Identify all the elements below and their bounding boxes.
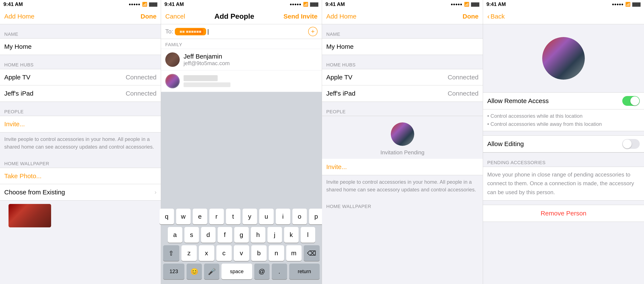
- panel-add-people: 9:41 AM ●●●●● 📶 ▓▓▓ Cancel Add People Se…: [161, 0, 322, 284]
- jeff-name: Jeff Benjamin: [184, 53, 230, 60]
- section-header-hubs-1: HOME HUBS: [0, 59, 161, 69]
- to-field[interactable]: To: ■■ ■■■■■■ | +: [161, 24, 322, 39]
- invite-button-3[interactable]: Invite...: [326, 163, 347, 170]
- remove-person-button[interactable]: Remove Person: [487, 205, 640, 222]
- blurred-avatar: [165, 74, 180, 88]
- key-w[interactable]: w: [176, 209, 190, 224]
- kb-row-4: 123 😊 🎤 space @ . return: [163, 264, 320, 279]
- jeffs-ipad-row-1: Jeff's iPad Connected: [0, 85, 161, 102]
- section-header-wallpaper-3: HOME WALLPAPER: [322, 201, 483, 210]
- nav-bar-3: Add Home Done: [322, 8, 483, 24]
- key-d[interactable]: d: [201, 227, 216, 243]
- done-button-1[interactable]: Done: [140, 13, 156, 20]
- chip-text: ■■ ■■■■■■: [178, 29, 203, 34]
- toggle-thumb-editing: [623, 140, 632, 148]
- key-delete[interactable]: ⌫: [304, 245, 320, 261]
- status-icons-3: ●●●●● 📶 ▓▓▓: [451, 2, 480, 7]
- people-section-1: Invite...: [0, 116, 161, 132]
- key-o[interactable]: o: [292, 209, 307, 224]
- key-n[interactable]: n: [269, 245, 284, 261]
- cancel-button[interactable]: Cancel: [165, 13, 185, 20]
- invite-button-1[interactable]: Invite...: [4, 120, 25, 128]
- allow-editing-row[interactable]: Allow Editing: [483, 136, 644, 152]
- allow-editing-toggle[interactable]: [622, 139, 640, 149]
- kb-row-3: ⇧ z x c v b n m ⌫: [163, 245, 320, 261]
- key-space[interactable]: space: [222, 264, 252, 279]
- my-home-row-3[interactable]: My Home: [322, 38, 483, 55]
- key-at[interactable]: @: [254, 264, 270, 279]
- back-button[interactable]: ‹ Back: [487, 12, 505, 20]
- blurred-info: [184, 75, 230, 87]
- section-header-name-1: NAME: [0, 28, 161, 38]
- key-mic[interactable]: 🎤: [204, 264, 219, 279]
- jeff-avatar: [165, 52, 180, 67]
- key-i[interactable]: i: [276, 209, 290, 224]
- battery-icon-2: ▓▓▓: [310, 2, 318, 6]
- key-c[interactable]: c: [216, 245, 232, 261]
- key-r[interactable]: r: [209, 209, 224, 224]
- contact-blurred[interactable]: [161, 70, 322, 92]
- key-u[interactable]: u: [259, 209, 274, 224]
- remove-person-row[interactable]: Remove Person: [483, 205, 644, 222]
- key-e[interactable]: e: [193, 209, 207, 224]
- key-t[interactable]: t: [226, 209, 240, 224]
- key-shift[interactable]: ⇧: [163, 245, 179, 261]
- keyboard[interactable]: q w e r t y u i o p a s d f g h j k l ⇧ …: [161, 206, 322, 284]
- key-123[interactable]: 123: [163, 264, 184, 279]
- nav-bar-1: Add Home Done: [0, 8, 161, 24]
- back-label: Back: [490, 13, 505, 20]
- key-f[interactable]: f: [218, 227, 232, 243]
- invite-row-1[interactable]: Invite...: [0, 116, 161, 132]
- key-l[interactable]: l: [301, 227, 315, 243]
- panel-person-settings: 9:41 AM ●●●●● 📶 ▓▓▓ ‹ Back Allow Remote …: [483, 0, 644, 284]
- remote-access-row[interactable]: Allow Remote Access: [483, 92, 644, 110]
- choose-existing-label-1: Choose from Existing: [4, 188, 152, 196]
- person-card[interactable]: Invitation Pending: [322, 116, 483, 159]
- key-k[interactable]: k: [284, 227, 298, 243]
- jeffs-ipad-status-1: Connected: [126, 90, 156, 97]
- person-avatar-3[interactable]: [391, 122, 414, 146]
- person-large-avatar[interactable]: [542, 37, 585, 80]
- wallpaper-thumbnail-1[interactable]: [8, 204, 51, 227]
- key-h[interactable]: h: [251, 227, 265, 243]
- signal-icon-1: ●●●●●: [129, 2, 140, 6]
- section-header-wallpaper-1: HOME WALLPAPER: [0, 158, 161, 168]
- key-j[interactable]: j: [268, 227, 282, 243]
- key-g[interactable]: g: [234, 227, 249, 243]
- status-bar-3: 9:41 AM ●●●●● 📶 ▓▓▓: [322, 0, 483, 8]
- key-return[interactable]: return: [289, 264, 320, 279]
- key-period[interactable]: .: [272, 264, 287, 279]
- remote-access-toggle[interactable]: [622, 96, 640, 106]
- key-v[interactable]: v: [234, 245, 249, 261]
- my-home-row-1[interactable]: My Home: [0, 38, 161, 55]
- battery-icon-1: ▓▓▓: [149, 2, 158, 6]
- key-m[interactable]: m: [286, 245, 302, 261]
- invite-row-3[interactable]: Invite...: [322, 159, 483, 175]
- send-invite-button[interactable]: Send Invite: [284, 13, 318, 20]
- add-home-button-1[interactable]: Add Home: [4, 13, 34, 20]
- key-q[interactable]: q: [160, 209, 174, 224]
- key-a[interactable]: a: [168, 227, 182, 243]
- key-z[interactable]: z: [182, 245, 197, 261]
- key-x[interactable]: x: [199, 245, 214, 261]
- done-button-3[interactable]: Done: [462, 13, 478, 20]
- name-section-1: My Home: [0, 38, 161, 55]
- to-input[interactable]: ■■ ■■■■■■ |: [175, 28, 308, 35]
- contact-jeff[interactable]: Jeff Benjamin jeff@9to5mac.com: [161, 49, 322, 70]
- key-b[interactable]: b: [251, 245, 267, 261]
- contacts-list: Jeff Benjamin jeff@9to5mac.com: [161, 49, 322, 92]
- key-y[interactable]: y: [242, 209, 257, 224]
- content-3: NAME My Home HOME HUBS Apple TV Connecte…: [322, 24, 483, 284]
- take-photo-row-1[interactable]: Take Photo...: [0, 168, 161, 184]
- hubs-section-1: Apple TV Connected Jeff's iPad Connected: [0, 69, 161, 102]
- take-photo-label-1: Take Photo...: [4, 172, 156, 180]
- time-4: 9:41 AM: [486, 1, 506, 7]
- add-home-button-3[interactable]: Add Home: [326, 13, 356, 20]
- key-p[interactable]: p: [309, 209, 324, 224]
- key-emoji[interactable]: 😊: [186, 264, 202, 279]
- choose-existing-row-1[interactable]: Choose from Existing ›: [0, 184, 161, 200]
- add-contact-button[interactable]: +: [308, 27, 318, 36]
- key-s[interactable]: s: [184, 227, 199, 243]
- hubs-section-3: Apple TV Connected Jeff's iPad Connected: [322, 69, 483, 102]
- status-icons-1: ●●●●● 📶 ▓▓▓: [129, 2, 158, 7]
